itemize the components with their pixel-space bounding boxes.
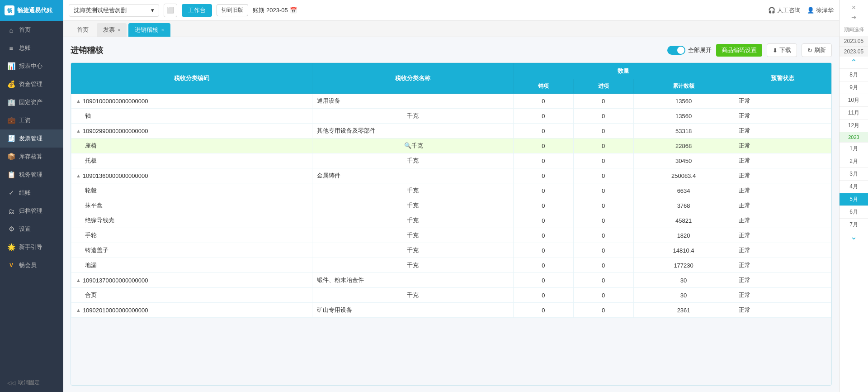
sidebar-item-tax[interactable]: 📋 税务管理 [0, 166, 63, 184]
unpin-icon: ◁◁ [7, 380, 15, 386]
td-purchase: 0 [573, 109, 633, 124]
expand-toggle-label: 全部展开 [688, 46, 712, 54]
td-status: 正常 [734, 183, 831, 198]
period-month-5[interactable]: 5月 [840, 193, 868, 206]
expand-row-icon[interactable]: ▲ [76, 307, 81, 313]
switch-old-version-button[interactable]: 切到旧版 [217, 4, 248, 16]
tab-home[interactable]: 首页 [71, 23, 95, 37]
sidebar-item-assets[interactable]: 🏢 固定资产 [0, 93, 63, 111]
sidebar-item-invoice[interactable]: 🧾 发票管理 [0, 129, 63, 148]
refresh-button[interactable]: ↻ 刷新 [802, 43, 832, 57]
td-name: 铸造盖子 [71, 243, 312, 258]
topbar: 沈海英测试经营勿删 ▾ ⬜ 工作台 切到旧版 账期 2023-05 📅 🎧 人工… [63, 0, 839, 21]
expand-row-icon[interactable]: ▲ [76, 277, 81, 283]
tab-reconcile[interactable]: 进销稽核 × [128, 23, 170, 37]
period-month-4[interactable]: 4月 [840, 180, 868, 193]
th-tax-name: 税收分类名称 [312, 63, 514, 94]
year-2023-header2: 2023.05 [840, 46, 868, 57]
expand-toggle[interactable] [667, 46, 685, 55]
search-icon[interactable]: 🔍 [404, 142, 411, 149]
period-down-arrow[interactable]: ⌄ [850, 231, 857, 243]
sidebar-item-settings[interactable]: ⚙ 设置 [0, 220, 63, 238]
logo-text: 畅捷通易代账 [17, 6, 52, 14]
period-month-2[interactable]: 2月 [840, 155, 868, 167]
product-code-button[interactable]: 商品编码设置 [716, 44, 762, 57]
td-status: 正常 [734, 198, 831, 213]
period-month-1[interactable]: 1月 [840, 142, 868, 155]
sidebar-item-inventory[interactable]: 📦 库存核算 [0, 148, 63, 166]
sidebar-item-salary[interactable]: 💼 工资 [0, 111, 63, 129]
unpin-label: 取消固定 [18, 379, 40, 387]
table-row: 地漏 千克 0 0 177230 正常 [71, 258, 831, 273]
tab-invoice-close[interactable]: × [118, 27, 120, 33]
td-status: 正常 [734, 258, 831, 273]
period-month-10[interactable]: 10月 [840, 94, 868, 106]
tab-reconcile-label: 进销稽核 [135, 26, 158, 34]
sidebar-item-home[interactable]: ⌂ 首页 [0, 21, 63, 39]
sidebar-item-label: 首页 [19, 26, 31, 34]
period-month-6[interactable]: 6月 [840, 206, 868, 218]
period-month-12[interactable]: 12月 [840, 119, 868, 132]
company-selector[interactable]: 沈海英测试经营勿删 ▾ [69, 4, 159, 17]
period-month-9[interactable]: 9月 [840, 81, 868, 94]
td-purchase: 0 [573, 273, 633, 288]
close-panel-icon[interactable]: × [852, 4, 856, 12]
td-sales: 0 [514, 168, 574, 183]
td-name: 手轮 [71, 228, 312, 243]
workspace-button[interactable]: 工作台 [182, 4, 212, 17]
period-month-3[interactable]: 3月 [840, 167, 868, 180]
reports-icon: 📊 [7, 62, 15, 70]
sidebar-item-ledger[interactable]: ≡ 总账 [0, 39, 63, 57]
download-button[interactable]: ⬇ 下载 [767, 43, 797, 57]
table-row: 绝缘导线壳 千克 0 0 45821 正常 [71, 213, 831, 228]
td-purchase: 0 [573, 153, 633, 168]
td-sales: 0 [514, 243, 574, 258]
tab-invoice[interactable]: 发票 × [97, 23, 127, 37]
td-tax-name: 其他专用设备及零部件 [312, 124, 514, 139]
period-label: 账期 [253, 6, 264, 14]
sidebar-item-guide[interactable]: 🌟 新手引导 [0, 238, 63, 256]
td-total: 30 [633, 273, 734, 288]
period-years: 2023.05 2023.05 ⌃ 8月 9月 10月 11月 12月 2023… [840, 36, 868, 243]
td-total: 2361 [633, 303, 734, 318]
td-status: 正常 [734, 94, 831, 109]
sidebar-item-checkout[interactable]: ✓ 结账 [0, 184, 63, 202]
sidebar-item-label: 设置 [19, 225, 31, 233]
ledger-icon: ≡ [7, 44, 15, 52]
th-sales: 销项 [514, 79, 574, 94]
expand-panel-icon[interactable]: ⇥ [851, 14, 857, 21]
sidebar-unpin[interactable]: ◁◁ 取消固定 [0, 373, 63, 392]
support-btn[interactable]: 🎧 人工咨询 [768, 6, 801, 14]
td-unit: 千克 [312, 183, 514, 198]
td-tax-code: ▲ 10901000000000000000 [71, 94, 312, 109]
sidebar-item-reports[interactable]: 📊 报表中心 [0, 57, 63, 75]
td-total: 30450 [633, 153, 734, 168]
support-label: 人工咨询 [777, 6, 801, 14]
tax-icon: 📋 [7, 171, 15, 179]
period-month-8[interactable]: 8月 [840, 68, 868, 81]
sidebar-item-archive[interactable]: 🗂 归档管理 [0, 202, 63, 220]
td-total: 13560 [633, 109, 734, 124]
td-unit: 千克 [312, 153, 514, 168]
td-status: 正常 [734, 109, 831, 124]
expand-row-icon[interactable]: ▲ [76, 98, 81, 104]
td-tax-name: 通用设备 [312, 94, 514, 109]
expand-row-icon[interactable]: ▲ [76, 128, 81, 134]
sidebar-item-member[interactable]: V 畅会员 [0, 256, 63, 274]
sidebar-item-funds[interactable]: 💰 资金管理 [0, 75, 63, 93]
period-month-11[interactable]: 11月 [840, 106, 868, 119]
td-status: 正常 [734, 168, 831, 183]
th-total: 累计数额 [633, 79, 734, 94]
period-up-arrow[interactable]: ⌃ [850, 57, 857, 68]
home-icon: ⌂ [7, 26, 15, 34]
calendar-icon[interactable]: 📅 [290, 7, 297, 14]
period-month-7[interactable]: 7月 [840, 218, 868, 231]
expand-row-icon[interactable]: ▲ [76, 173, 81, 178]
td-unit: 千克 [312, 228, 514, 243]
td-name: 地漏 [71, 258, 312, 273]
user-menu[interactable]: 👤 徐泽华 [807, 6, 834, 14]
td-sales: 0 [514, 273, 574, 288]
save-icon-btn[interactable]: ⬜ [164, 4, 177, 17]
tab-reconcile-close[interactable]: × [161, 27, 164, 33]
td-purchase: 0 [573, 168, 633, 183]
